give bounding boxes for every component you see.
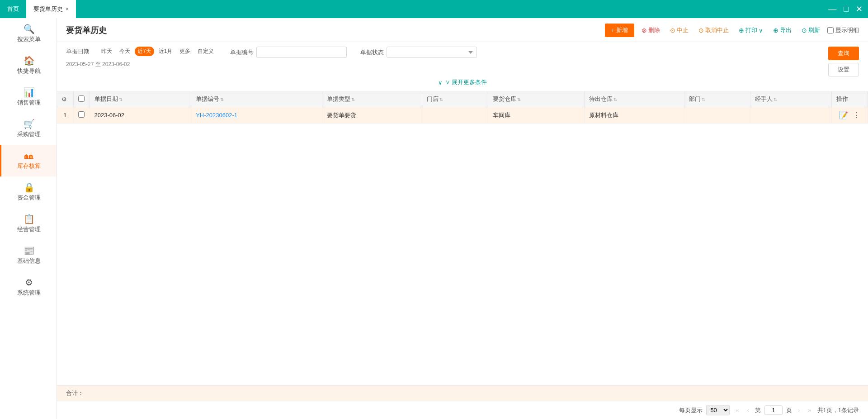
- sort-doc-no-icon: ⇅: [220, 97, 224, 102]
- page-header: 要货单历史 + 新增 ⊗ 删除 ⊙ 中止 ⊙ 取消中止: [57, 18, 868, 42]
- sort-doc-date-icon: ⇅: [119, 97, 123, 102]
- system-mgmt-icon: ⚙: [25, 278, 33, 287]
- finance-mgmt-icon: 🔒: [24, 183, 35, 192]
- stop-icon: ⊙: [670, 27, 675, 34]
- col-req-warehouse[interactable]: 要货仓库⇅: [488, 91, 584, 107]
- toolbar: + 新增 ⊗ 删除 ⊙ 中止 ⊙ 取消中止 ⊕: [605, 24, 859, 37]
- filter-group-docstatus: 单据状态: [360, 47, 477, 58]
- top-bar-right: — □ ✕: [828, 4, 868, 14]
- page-title-row: 要货单历史 + 新增 ⊗ 删除 ⊙ 中止 ⊙ 取消中止: [66, 24, 859, 37]
- row-edit-icon[interactable]: 📝: [837, 110, 850, 120]
- cancel-stop-button[interactable]: ⊙ 取消中止: [696, 24, 731, 36]
- delete-button[interactable]: ⊗ 删除: [639, 24, 663, 36]
- display-detail-checkbox[interactable]: [827, 27, 834, 33]
- doc-no-link[interactable]: YH-20230602-1: [196, 112, 237, 119]
- maximize-icon[interactable]: □: [844, 5, 849, 14]
- table-footer: 合计：: [57, 385, 868, 401]
- sort-pending-warehouse-icon: ⇅: [613, 97, 617, 102]
- shortcut-custom[interactable]: 自定义: [195, 47, 217, 56]
- content-area: 要货单历史 + 新增 ⊗ 删除 ⊙ 中止 ⊙ 取消中止: [57, 18, 868, 419]
- page-num-input[interactable]: [764, 405, 783, 415]
- sidebar-item-quick-nav[interactable]: 🏠 快捷导航: [0, 50, 57, 81]
- cell-pending-warehouse: 原材料仓库: [585, 107, 684, 124]
- sort-handler-icon: ⇅: [774, 97, 777, 102]
- shortcut-today[interactable]: 今天: [117, 47, 133, 56]
- shortcut-yesterday[interactable]: 昨天: [99, 47, 115, 56]
- col-dept[interactable]: 部门⇅: [684, 91, 750, 107]
- first-page-button[interactable]: «: [733, 406, 741, 414]
- pagination-bar: 每页显示 50 10 20 100 « ‹ 第 页 › » 共1页，1条记录: [57, 401, 868, 419]
- minimize-icon[interactable]: —: [828, 5, 836, 14]
- tab-home[interactable]: 首页: [0, 0, 26, 18]
- prev-page-button[interactable]: ‹: [745, 406, 751, 414]
- sort-store-icon: ⇅: [439, 97, 443, 102]
- sidebar-item-system-mgmt[interactable]: ⚙ 系统管理: [0, 271, 57, 303]
- print-dropdown-icon: ∨: [759, 27, 763, 34]
- per-page-label: 每页显示: [679, 406, 703, 414]
- sidebar-item-finance-mgmt[interactable]: 🔒 资金管理: [0, 176, 57, 208]
- col-doc-no[interactable]: 单据编号⇅: [191, 91, 322, 107]
- last-page-button[interactable]: »: [806, 406, 813, 414]
- select-all-checkbox[interactable]: [78, 95, 85, 102]
- expand-icon: ∨: [438, 79, 443, 86]
- sidebar-item-search-menu[interactable]: 🔍 搜索菜单: [0, 18, 57, 50]
- row-checkbox[interactable]: [78, 111, 85, 118]
- col-action: 操作: [832, 91, 868, 107]
- top-bar-tabs: 首页 要货单历史 ×: [0, 0, 76, 18]
- doc-no-input[interactable]: [256, 47, 347, 58]
- tab-close-icon[interactable]: ×: [66, 6, 69, 12]
- purchase-mgmt-icon: 🛒: [24, 119, 35, 129]
- export-icon: ⊕: [773, 27, 778, 34]
- stop-button[interactable]: ⊙ 中止: [667, 24, 691, 36]
- shortcut-1month[interactable]: 近1月: [156, 47, 175, 56]
- col-pending-warehouse[interactable]: 待出仓库⇅: [585, 91, 684, 107]
- tab-requisition-history[interactable]: 要货单历史 ×: [26, 0, 76, 18]
- display-detail-toggle[interactable]: 显示明细: [827, 26, 859, 34]
- sidebar-item-purchase-mgmt[interactable]: 🛒 采购管理: [0, 113, 57, 145]
- shortcut-more[interactable]: 更多: [177, 47, 193, 56]
- cell-handler: [750, 107, 832, 124]
- next-page-button[interactable]: ›: [796, 406, 802, 414]
- table-row: 1 2023-06-02 YH-20230602-1 要货单要货 车间库 原材料…: [57, 107, 868, 124]
- query-button[interactable]: 查询: [828, 47, 859, 60]
- col-doc-type[interactable]: 单据类型⇅: [322, 91, 422, 107]
- cell-store: [422, 107, 488, 124]
- table-body: 1 2023-06-02 YH-20230602-1 要货单要货 车间库 原材料…: [57, 107, 868, 124]
- sidebar-item-basic-info[interactable]: 📰 基础信息: [0, 240, 57, 271]
- quick-nav-icon: 🏠: [24, 56, 35, 65]
- shortcut-7days[interactable]: 近7天: [135, 47, 154, 56]
- date-range-text: 2023-05-27 至 2023-06-02: [66, 61, 217, 68]
- new-button[interactable]: + 新增: [605, 24, 634, 37]
- settings-button[interactable]: 设置: [828, 63, 859, 76]
- col-settings[interactable]: ⚙: [57, 91, 73, 107]
- doc-no-label: 单据编号: [230, 48, 254, 57]
- refresh-button[interactable]: ⊙ 刷新: [799, 24, 823, 36]
- doc-status-label: 单据状态: [360, 48, 384, 57]
- print-icon: ⊕: [739, 27, 744, 34]
- per-page-select[interactable]: 50 10 20 100: [706, 405, 730, 415]
- col-handler[interactable]: 经手人⇅: [750, 91, 832, 107]
- filter-action-buttons: 查询 设置: [828, 47, 859, 76]
- data-table: ⚙ 单据日期⇅ 单据编号⇅ 单据类型⇅: [57, 91, 868, 124]
- row-settings: 1: [57, 107, 73, 124]
- page-unit-label: 页: [786, 406, 792, 414]
- row-more-icon[interactable]: ⋮: [851, 110, 862, 120]
- total-label: 共1页，1条记录: [817, 406, 859, 414]
- sidebar-item-inventory[interactable]: 🏘 库存核算: [0, 145, 57, 176]
- date-shortcuts: 昨天 今天 近7天 近1月 更多 自定义: [99, 47, 217, 56]
- close-icon[interactable]: ✕: [856, 4, 863, 14]
- sidebar-item-operation-mgmt[interactable]: 📋 经营管理: [0, 208, 57, 240]
- cell-action: 📝 ⋮: [832, 107, 868, 124]
- col-store[interactable]: 门店⇅: [422, 91, 488, 107]
- operation-mgmt-icon: 📋: [24, 214, 35, 224]
- expand-more-button[interactable]: ∨ ∨ 展开更多条件: [438, 78, 487, 86]
- sidebar-item-sales-mgmt[interactable]: 📊 销售管理: [0, 81, 57, 113]
- print-button[interactable]: ⊕ 打印 ∨: [736, 24, 766, 36]
- cell-doc-no: YH-20230602-1: [191, 107, 322, 124]
- filter-area: 单据日期 昨天 今天 近7天 近1月 更多 自定义 2023-05-27 至 2…: [57, 42, 868, 91]
- summary-label: 合计：: [66, 390, 84, 396]
- col-doc-date[interactable]: 单据日期⇅: [90, 91, 191, 107]
- doc-status-select[interactable]: [387, 47, 477, 58]
- sidebar: 🔍 搜索菜单 🏠 快捷导航 📊 销售管理 🛒 采购管理 🏘 库存核算 🔒 资金管…: [0, 18, 57, 419]
- export-button[interactable]: ⊕ 导出: [770, 24, 794, 36]
